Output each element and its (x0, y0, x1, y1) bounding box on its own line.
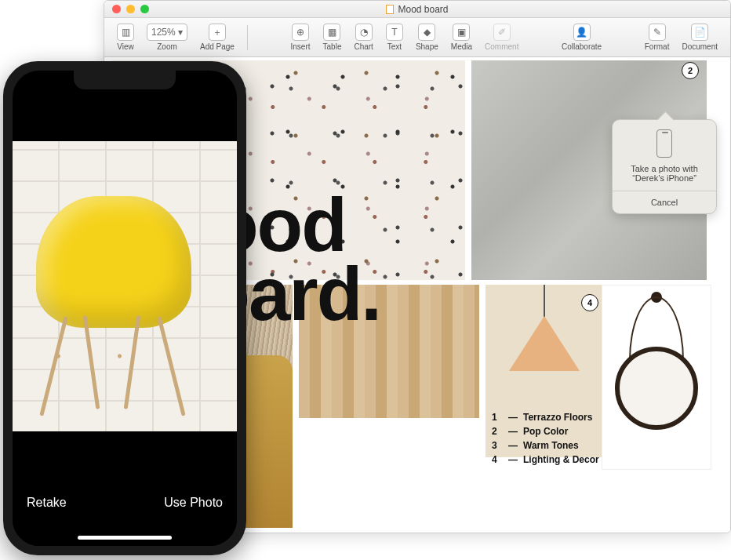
legend-row: 1—Terrazzo Floors (492, 410, 599, 424)
table-icon: ▦ (323, 24, 340, 41)
home-indicator[interactable] (78, 536, 172, 540)
camera-bottom-bar: Retake Use Photo (13, 431, 237, 546)
titlebar: Mood board (104, 1, 730, 18)
text-button[interactable]: T Text (381, 22, 408, 53)
window-title: Mood board (104, 4, 730, 15)
zoom-value: 125%▾ (147, 24, 187, 41)
legend[interactable]: 1—Terrazzo Floors 2—Pop Color 3—Warm Ton… (492, 410, 599, 467)
shape-icon: ◆ (418, 24, 435, 41)
toolbar-separator (247, 25, 248, 50)
legend-row: 2—Pop Color (492, 424, 599, 438)
collaborate-icon: 👤 (573, 24, 591, 41)
chart-button[interactable]: ◔ Chart (349, 22, 377, 53)
zoom-dropdown[interactable]: 125%▾ Zoom (142, 22, 192, 53)
add-page-button[interactable]: ＋ Add Page (195, 22, 239, 53)
table-button[interactable]: ▦ Table (318, 22, 347, 53)
comment-button[interactable]: ✐ Comment (480, 22, 523, 53)
comment-icon: ✐ (493, 24, 511, 41)
popover-message: Take a photo with“Derek’s iPhone” (619, 164, 710, 183)
iphone-device: Retake Use Photo (3, 61, 246, 555)
document-icon (386, 5, 394, 14)
insert-button[interactable]: ⊕ Insert (286, 22, 315, 53)
view-button[interactable]: ▥ View (112, 22, 139, 53)
format-icon: ✎ (649, 24, 666, 41)
format-button[interactable]: ✎ Format (640, 22, 675, 53)
document-panel-icon: 📄 (691, 24, 708, 41)
marker-4[interactable]: 4 (581, 294, 598, 311)
iphone-icon (656, 129, 672, 158)
text-icon: T (386, 24, 403, 41)
use-photo-button[interactable]: Use Photo (164, 496, 223, 510)
close-window-button[interactable] (112, 5, 121, 13)
legend-row: 3—Warm Tones (492, 438, 599, 453)
view-icon: ▥ (117, 24, 134, 41)
collaborate-button[interactable]: 👤 Collaborate (557, 22, 606, 53)
insert-icon: ⊕ (292, 24, 309, 41)
zoom-window-button[interactable] (140, 5, 149, 13)
toolbar: ▥ View 125%▾ Zoom ＋ Add Page ⊕ Insert ▦ … (104, 18, 730, 57)
media-button[interactable]: ▣ Media (446, 22, 477, 53)
window-controls (104, 5, 149, 13)
media-icon: ▣ (453, 24, 470, 41)
retake-button[interactable]: Retake (27, 496, 67, 510)
chevron-down-icon: ▾ (178, 27, 183, 38)
camera-preview (13, 141, 237, 431)
image-mirror[interactable] (602, 285, 711, 470)
legend-row: 4—Lighting & Decor (492, 453, 599, 467)
iphone-notch (74, 71, 176, 89)
subject-chair (31, 182, 196, 417)
iphone-screen: Retake Use Photo (13, 71, 237, 546)
chart-icon: ◔ (355, 24, 373, 41)
continuity-camera-popover: Take a photo with“Derek’s iPhone” Cancel (612, 119, 717, 214)
shape-button[interactable]: ◆ Shape (411, 22, 443, 53)
marker-2[interactable]: 2 (682, 62, 699, 79)
document-button[interactable]: 📄 Document (677, 22, 722, 53)
add-page-icon: ＋ (209, 24, 226, 41)
minimize-window-button[interactable] (126, 5, 135, 13)
cancel-button[interactable]: Cancel (613, 191, 716, 213)
